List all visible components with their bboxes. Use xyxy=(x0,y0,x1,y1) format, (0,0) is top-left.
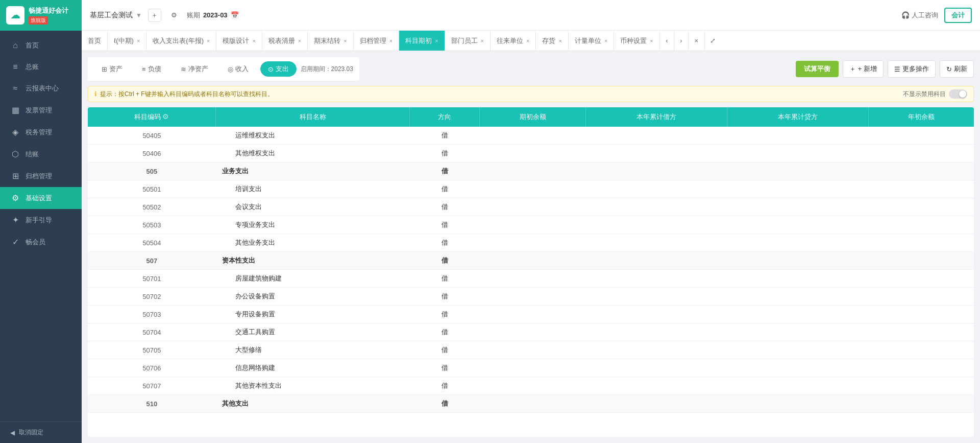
user-role-button[interactable]: 会计 xyxy=(944,8,972,23)
cell-period-balance xyxy=(480,377,585,395)
sidebar-item-guide[interactable]: ✦ 新手引导 xyxy=(0,209,82,231)
cell-year-balance xyxy=(869,180,974,198)
cell-year-debit xyxy=(585,377,727,395)
hint-bar: ℹ 提示：按Ctrl + F键并输入科目编码或者科目名称可以查找科目。 不显示禁… xyxy=(88,86,974,102)
cell-year-debit xyxy=(585,234,727,252)
table-row[interactable]: 50406 其他维权支出 借 xyxy=(88,145,974,162)
tab-contacts[interactable]: 往来单位 × xyxy=(491,31,536,51)
table-row[interactable]: 510 其他支出 借 xyxy=(88,395,974,413)
tab-period-end[interactable]: 期末结转 × xyxy=(308,31,353,51)
table-row[interactable]: 50704 交通工具购置 借 xyxy=(88,323,974,341)
sub-tab-net-asset[interactable]: ≋ 净资产 xyxy=(173,61,216,77)
close-tab-period-end-icon[interactable]: × xyxy=(344,38,347,44)
tab-annual-report[interactable]: 收入支出表(年报) × xyxy=(146,31,216,51)
tab-home[interactable]: 首页 xyxy=(82,31,108,51)
tab-prev-button[interactable]: ‹ xyxy=(660,31,674,51)
cell-period-balance xyxy=(480,216,585,234)
tab-dept[interactable]: 部门员工 × xyxy=(445,31,491,51)
sub-tab-liability[interactable]: ≡ 负债 xyxy=(134,61,169,77)
tab-filing[interactable]: 归档管理 × xyxy=(354,31,399,51)
table-row[interactable]: 50501 培训支出 借 xyxy=(88,180,974,198)
tab-tax-table[interactable]: 税表清册 × xyxy=(262,31,308,51)
table-row[interactable]: 50503 专项业务支出 借 xyxy=(88,216,974,234)
tab-template[interactable]: 模版设计 × xyxy=(216,31,262,51)
cell-code: 50503 xyxy=(88,216,216,234)
table-row[interactable]: 50701 房屋建筑物购建 借 xyxy=(88,270,974,288)
table-row[interactable]: 50707 其他资本性支出 借 xyxy=(88,377,974,395)
table-row[interactable]: 50705 大型修缮 借 xyxy=(88,341,974,359)
home-icon: ⌂ xyxy=(10,41,20,50)
calendar-icon[interactable]: 📅 xyxy=(231,11,239,19)
tab-period[interactable]: ℓ(中期) × xyxy=(108,31,146,51)
close-tab-inventory-icon[interactable]: × xyxy=(558,38,561,44)
cell-year-balance xyxy=(869,288,974,306)
sidebar-item-member[interactable]: ✓ 畅会员 xyxy=(0,231,82,253)
close-tab-currency-icon[interactable]: × xyxy=(650,38,653,44)
tab-subject-init[interactable]: 科目期初 × xyxy=(399,31,445,51)
tax-icon: ◈ xyxy=(10,127,20,137)
close-tab-contacts-icon[interactable]: × xyxy=(526,38,529,44)
tab-unit[interactable]: 计量单位 × xyxy=(569,31,614,51)
table-row[interactable]: 50405 运维维权支出 借 xyxy=(88,127,974,145)
sub-tab-asset[interactable]: ⊞ 资产 xyxy=(94,61,130,77)
income-icon: ◎ xyxy=(228,65,233,73)
tab-next-button[interactable]: › xyxy=(674,31,689,51)
table-row[interactable]: 50706 信息网络购建 借 xyxy=(88,359,974,377)
cell-direction: 借 xyxy=(409,234,479,252)
table-row[interactable]: 507 资本性支出 借 xyxy=(88,252,974,270)
table-row[interactable]: 50703 专用设备购置 借 xyxy=(88,306,974,323)
company-dropdown-icon[interactable]: ▼ xyxy=(136,12,142,19)
cell-year-credit xyxy=(727,198,869,216)
close-tab-period-icon[interactable]: × xyxy=(137,38,140,44)
sidebar-item-basic[interactable]: ⚙ 基础设置 xyxy=(0,187,82,209)
sidebar-item-home[interactable]: ⌂ 首页 xyxy=(0,35,82,56)
sidebar-item-tax[interactable]: ◈ 税务管理 xyxy=(0,121,82,143)
cell-year-credit xyxy=(727,288,869,306)
sidebar-unpin-button[interactable]: ◀ 取消固定 xyxy=(0,422,82,443)
close-tab-filing-icon[interactable]: × xyxy=(389,38,393,44)
trial-balance-button[interactable]: 试算平衡 xyxy=(796,61,839,77)
close-tab-tax-icon[interactable]: × xyxy=(298,38,301,44)
table-row[interactable]: 50502 会议支出 借 xyxy=(88,198,974,216)
tab-expand-button[interactable]: ⤢ xyxy=(705,31,721,51)
table-row[interactable]: 50702 办公设备购置 借 xyxy=(88,288,974,306)
tab-close-all-button[interactable]: × xyxy=(689,31,705,51)
close-tab-template-icon[interactable]: × xyxy=(252,38,255,44)
sidebar-nav: ⌂ 首页 ≡ 总账 ≈ 云报表中心 ▦ 发票管理 ◈ 税务管理 ⬡ 结账 ⊞ 归… xyxy=(0,31,82,422)
cell-name: 其他支出 xyxy=(216,395,410,413)
table-row[interactable]: 505 业务支出 借 xyxy=(88,162,974,180)
cell-name: 培训支出 xyxy=(216,180,410,198)
cell-year-debit xyxy=(585,341,727,359)
sidebar-item-close[interactable]: ⬡ 结账 xyxy=(0,143,82,165)
close-tab-annual-icon[interactable]: × xyxy=(207,38,210,44)
more-actions-button[interactable]: ☰ 更多操作 xyxy=(888,60,936,78)
add-button[interactable]: ＋ + 新增 xyxy=(843,60,884,78)
sub-tab-expenditure[interactable]: ⊙ 支出 xyxy=(260,61,297,77)
topbar-settings-icon[interactable]: ⚙ xyxy=(167,9,181,22)
sidebar-item-archive[interactable]: ⊞ 归档管理 xyxy=(0,165,82,187)
tab-currency[interactable]: 币种设置 × xyxy=(614,31,659,51)
reports-icon: ≈ xyxy=(10,84,20,93)
sidebar-item-reports[interactable]: ≈ 云报表中心 xyxy=(0,78,82,99)
close-tab-dept-icon[interactable]: × xyxy=(481,38,484,44)
close-tab-unit-icon[interactable]: × xyxy=(604,38,607,44)
cell-year-balance xyxy=(869,216,974,234)
cell-year-balance xyxy=(869,270,974,288)
tab-inventory[interactable]: 存货 × xyxy=(536,31,568,51)
add-tab-button[interactable]: ＋ xyxy=(148,9,161,22)
sidebar-item-ledger[interactable]: ≡ 总账 xyxy=(0,56,82,78)
close-tab-subject-icon[interactable]: × xyxy=(435,38,438,44)
refresh-button[interactable]: ↻ 刷新 xyxy=(940,60,974,78)
cell-code: 50702 xyxy=(88,288,216,306)
cell-year-balance xyxy=(869,323,974,341)
sidebar-item-invoice[interactable]: ▦ 发票管理 xyxy=(0,99,82,121)
table-row[interactable]: 50504 其他业务支出 借 xyxy=(88,234,974,252)
sub-tab-income[interactable]: ◎ 收入 xyxy=(220,61,256,77)
cell-year-credit xyxy=(727,377,869,395)
toggle-switch[interactable] xyxy=(949,89,967,99)
help-button[interactable]: 🎧 人工咨询 xyxy=(901,11,938,20)
asset-icon: ⊞ xyxy=(102,65,107,73)
table-body: 50405 运维维权支出 借 50406 其他维权支出 借 505 业务支出 借… xyxy=(88,127,974,413)
cell-year-credit xyxy=(727,252,869,270)
column-gear-icon[interactable]: ⚙ xyxy=(162,112,169,121)
